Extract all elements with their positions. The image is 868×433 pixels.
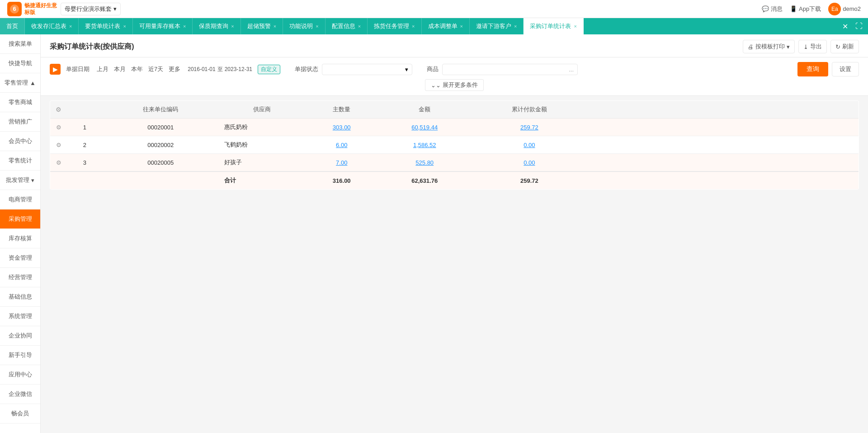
tab-peizhi[interactable]: 配置信息 × [326, 18, 368, 34]
sidebar-item-marketing[interactable]: 营销推广 [0, 112, 40, 132]
row-settings[interactable]: ⚙ [50, 136, 67, 154]
sidebar-item-retail-mall[interactable]: 零售商城 [0, 93, 40, 112]
workspace-selector[interactable]: 母婴行业演示账套 ▾ [61, 3, 121, 15]
user-name: demo2 [843, 5, 861, 12]
sidebar-item-wechat[interactable]: 企业微信 [0, 385, 40, 404]
col-supplier: 供应商 [219, 101, 306, 119]
tab-close-icon[interactable]: × [412, 24, 415, 29]
settings-button[interactable]: 设置 [832, 62, 859, 76]
tab-close-icon[interactable]: × [123, 24, 126, 29]
col-seq [67, 101, 103, 119]
sidebar-item-ecommerce[interactable]: 电商管理 [0, 190, 40, 209]
row-amount-2[interactable]: 1,586.52 [378, 136, 471, 154]
sidebar-item-search[interactable]: 搜索菜单 [0, 34, 40, 54]
search-button[interactable]: 查询 [797, 62, 828, 76]
tab-close-icon[interactable]: × [574, 24, 576, 29]
print-button[interactable]: 🖨 按模板打印 ▾ [743, 40, 795, 53]
row-paid-2[interactable]: 0.00 [471, 136, 587, 154]
tab-home[interactable]: 首页 [0, 18, 25, 34]
sidebar-item-vip[interactable]: 畅会员 [0, 404, 40, 423]
tab-shoufa[interactable]: 收发存汇总表 × [25, 18, 79, 34]
tab-gongneng[interactable]: 功能说明 × [283, 18, 325, 34]
row-gear-icon[interactable]: ⚙ [56, 124, 61, 131]
tab-chaochuyujing[interactable]: 超储预警 × [241, 18, 283, 34]
export-icon: ⤓ [803, 43, 808, 50]
row-settings[interactable]: ⚙ [50, 119, 67, 136]
row-quantity-2[interactable]: 6.00 [305, 136, 378, 154]
date-from: 2016-01-01 [188, 66, 215, 72]
tab-yaohuo[interactable]: 要货单统计表 × [79, 18, 132, 34]
gear-icon[interactable]: ⚙ [56, 106, 61, 113]
row-amount-1[interactable]: 60,519.44 [378, 119, 471, 136]
sidebar-item-finance[interactable]: 资金管理 [0, 248, 40, 268]
sidebar-item-batch[interactable]: 批发管理 ▾ [0, 171, 40, 190]
row-paid-1[interactable]: 259.72 [471, 119, 587, 136]
message-button[interactable]: 💬 消息 [762, 5, 783, 13]
sidebar-item-newbie[interactable]: 新手引导 [0, 346, 40, 365]
table-header-row: ⚙ 往来单位编码 供应商 主数量 金额 累计付款金额 [50, 101, 859, 119]
tab-yaoqing[interactable]: 邀请下游客户 × [470, 18, 524, 34]
row-gear-icon[interactable]: ⚙ [56, 159, 61, 166]
row-gear-icon[interactable]: ⚙ [56, 142, 61, 148]
tab-keyongliang[interactable]: 可用量库存账本 × [133, 18, 193, 34]
tab-yaoqing-label: 邀请下游客户 [476, 22, 511, 30]
user-profile[interactable]: Ea demo2 [828, 3, 861, 15]
col-quantity: 主数量 [305, 101, 378, 119]
sidebar-item-quick[interactable]: 快捷导航 [0, 54, 40, 73]
shortcut-this-month[interactable]: 本月 [112, 64, 127, 74]
shortcut-last-month[interactable]: 上月 [95, 64, 110, 74]
shortcut-7days[interactable]: 近7天 [146, 64, 165, 74]
row-paid-3[interactable]: 0.00 [471, 154, 587, 172]
tab-chenben[interactable]: 成本调整单 × [422, 18, 470, 34]
sidebar-item-member[interactable]: 会员中心 [0, 132, 40, 151]
sidebar-item-inventory[interactable]: 库存核算 [0, 229, 40, 248]
tab-caigou[interactable]: 采购订单统计表 × [524, 18, 583, 34]
row-code-2: 00020002 [103, 136, 219, 154]
shortcut-more[interactable]: 更多 [167, 64, 182, 74]
sidebar-item-system[interactable]: 系统管理 [0, 307, 40, 326]
row-settings[interactable]: ⚙ [50, 154, 67, 172]
table-footer-row: 合计 316.00 62,631.76 259.72 [50, 171, 859, 190]
sidebar-item-appcenter[interactable]: 应用中心 [0, 365, 40, 385]
tab-close-icon[interactable]: × [183, 24, 186, 29]
row-quantity-1[interactable]: 303.00 [305, 119, 378, 136]
tab-baozhi[interactable]: 保质期查询 × [193, 18, 241, 34]
sidebar-item-basic[interactable]: 基础信息 [0, 287, 40, 307]
filter-toggle-button[interactable]: ▶ [50, 64, 61, 75]
chevron-icon: ▾ [31, 177, 34, 184]
tab-paihuorenwu[interactable]: 拣货任务管理 × [368, 18, 421, 34]
message-icon: 💬 [762, 5, 769, 12]
date-shortcuts: 上月 本月 本年 近7天 更多 [95, 64, 182, 74]
sidebar-item-retail-stat[interactable]: 零售统计 [0, 151, 40, 171]
row-code-1: 00020001 [103, 119, 219, 136]
tab-close-icon[interactable]: × [316, 24, 318, 29]
tab-close-icon[interactable]: × [514, 24, 517, 29]
status-select[interactable]: ▾ [322, 64, 412, 75]
shortcut-this-year[interactable]: 本年 [129, 64, 145, 74]
logo-icon: 6 [7, 2, 22, 16]
goods-input[interactable]: ... [442, 64, 578, 75]
tab-paihuorenwu-label: 拣货任务管理 [374, 22, 409, 30]
row-amount-3[interactable]: 525.80 [378, 154, 471, 172]
chevron-icon: ▲ [30, 80, 36, 86]
nav-expand-icon[interactable]: ⛶ [854, 20, 864, 32]
sidebar-item-retail[interactable]: 零售管理 ▲ [0, 73, 40, 93]
tab-close-icon[interactable]: × [274, 24, 276, 29]
sidebar-item-operation[interactable]: 经营管理 [0, 268, 40, 287]
export-button[interactable]: ⤓ 导出 [798, 40, 827, 53]
status-label: 单据状态 [295, 65, 318, 73]
row-quantity-3[interactable]: 7.00 [305, 154, 378, 172]
tab-close-icon[interactable]: × [231, 24, 234, 29]
sidebar-item-purchase[interactable]: 采购管理 [0, 209, 40, 229]
tab-close-icon[interactable]: × [69, 24, 72, 29]
expand-more-button[interactable]: ⌄⌄ 展开更多条件 [425, 79, 484, 91]
nav-close-icon[interactable]: ✕ [840, 20, 850, 33]
sidebar-item-enterprise[interactable]: 企业协同 [0, 326, 40, 346]
refresh-button[interactable]: ↻ 刷新 [830, 40, 859, 53]
col-settings[interactable]: ⚙ [50, 101, 67, 119]
app-download-button[interactable]: 📱 App下载 [790, 5, 821, 13]
expand-label: 展开更多条件 [443, 81, 478, 89]
row-supplier-1: 惠氏奶粉 [219, 119, 306, 136]
tab-close-icon[interactable]: × [460, 24, 463, 29]
tab-close-icon[interactable]: × [358, 24, 361, 29]
